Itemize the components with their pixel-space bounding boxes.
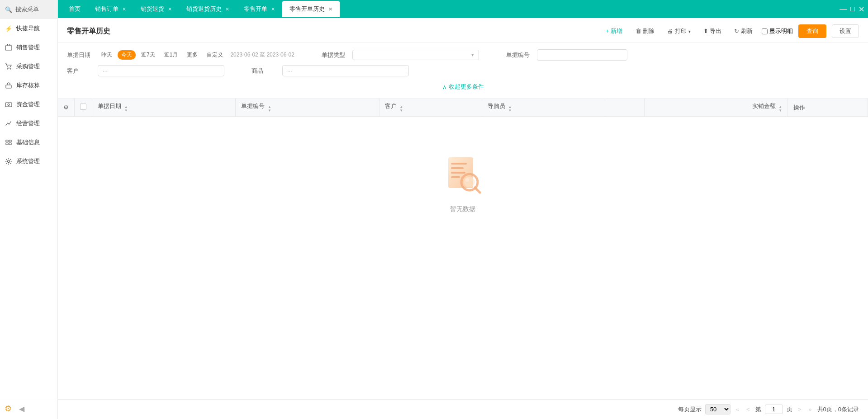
tab-sales-return-label: 销货退货 bbox=[141, 5, 164, 13]
customer-input[interactable]: ··· bbox=[98, 65, 224, 76]
sidebar-search[interactable]: 🔍 搜索采单 bbox=[0, 0, 57, 19]
th-salesperson[interactable]: 导购员 ▲▼ bbox=[482, 99, 605, 117]
tab-retail-open-label: 零售开单 bbox=[244, 5, 267, 13]
tab-sales-return-close[interactable]: ✕ bbox=[168, 6, 172, 12]
first-page-btn[interactable]: « bbox=[734, 405, 741, 414]
delete-button[interactable]: 🗑 删除 bbox=[632, 25, 659, 37]
sidebar-search-label: 搜索采单 bbox=[15, 5, 39, 14]
settings-button[interactable]: 设置 bbox=[832, 24, 859, 38]
type-select[interactable]: ▾ bbox=[352, 50, 479, 60]
date-btn-last7[interactable]: 近7天 bbox=[138, 50, 159, 60]
select-all-checkbox[interactable] bbox=[80, 104, 86, 110]
sidebar-item-label: 资金管理 bbox=[16, 100, 40, 108]
svg-line-18 bbox=[475, 188, 480, 193]
svg-point-5 bbox=[8, 104, 9, 106]
number-input[interactable] bbox=[537, 49, 627, 61]
window-minimize-btn[interactable]: — bbox=[840, 5, 847, 13]
th-operation-label: 操作 bbox=[793, 104, 805, 111]
kuaijie-icon: ⚡ bbox=[5, 24, 13, 33]
sidebar-item-jingying[interactable]: 经营管理 bbox=[0, 114, 57, 133]
table-area: ⚙ 单据日期 ▲▼ 单据编号 ▲▼ bbox=[58, 99, 868, 399]
th-customer[interactable]: 客户 ▲▼ bbox=[379, 99, 482, 117]
print-button[interactable]: 🖨 打印 ▾ bbox=[664, 25, 694, 37]
last-page-btn[interactable]: » bbox=[806, 405, 813, 414]
display-detail-checkbox[interactable] bbox=[762, 28, 768, 34]
th-settings[interactable]: ⚙ bbox=[58, 99, 75, 117]
toolbar: + 新增 🗑 删除 🖨 打印 ▾ ⬆ 导出 ↻ 刷新 显示明细 查询 设置 bbox=[602, 24, 859, 38]
collapse-button[interactable]: ∧ 收起更多条件 bbox=[442, 83, 484, 91]
date-btn-last-month[interactable]: 近1月 bbox=[161, 50, 182, 60]
sidebar-item-jichu[interactable]: 基础信息 bbox=[0, 133, 57, 152]
th-date[interactable]: 单据日期 ▲▼ bbox=[92, 99, 236, 117]
tab-sales-return-history-label: 销货退货历史 bbox=[186, 5, 222, 13]
th-checkbox[interactable] bbox=[75, 99, 92, 117]
svg-point-10 bbox=[8, 160, 10, 163]
tab-sales-return[interactable]: 销货退货 ✕ bbox=[133, 1, 179, 17]
settings-bottom-icon[interactable]: ⚙ bbox=[5, 404, 12, 414]
svg-rect-4 bbox=[5, 103, 12, 107]
date-btn-more[interactable]: 更多 bbox=[183, 50, 201, 60]
total-info: 共0页，0条记录 bbox=[817, 405, 859, 414]
filter-area: 单据日期 昨天 今天 近7天 近1月 更多 自定义 2023-06-02 至 2… bbox=[58, 43, 868, 99]
tab-home-label: 首页 bbox=[69, 5, 81, 13]
zijin-icon bbox=[5, 100, 13, 108]
sidebar-item-caigou[interactable]: 采购管理 bbox=[0, 57, 57, 76]
window-maximize-btn[interactable]: □ bbox=[850, 5, 855, 13]
goods-input[interactable]: ··· bbox=[282, 65, 409, 76]
data-table: ⚙ 单据日期 ▲▼ 单据编号 ▲▼ bbox=[58, 99, 868, 240]
jingying-icon bbox=[5, 119, 13, 127]
tab-sales-return-history-close[interactable]: ✕ bbox=[225, 6, 229, 12]
per-page-select[interactable]: 50 10 20 100 bbox=[705, 404, 730, 414]
sidebar-item-label: 快捷导航 bbox=[16, 24, 40, 33]
sidebar-item-xiaoshou[interactable]: 销售管理 bbox=[0, 38, 57, 57]
svg-rect-15 bbox=[451, 176, 460, 178]
sidebar: 🔍 搜索采单 ⚡ 快捷导航 销售管理 采购管理 库存核算 资金管理 经营管理 bbox=[0, 0, 58, 419]
table-settings-icon[interactable]: ⚙ bbox=[63, 104, 69, 111]
empty-state: 暂无数据 bbox=[58, 117, 868, 240]
number-filter-label: 单据编号 bbox=[506, 51, 533, 59]
tab-sales-return-history[interactable]: 销货退货历史 ✕ bbox=[179, 1, 237, 17]
th-amount[interactable]: 实销金额 ▲▼ bbox=[644, 99, 787, 117]
customer-filter-group: 客户 ··· bbox=[67, 65, 224, 76]
display-detail-label[interactable]: 显示明细 bbox=[762, 27, 793, 35]
sidebar-item-xitong[interactable]: 系统管理 bbox=[0, 152, 57, 171]
sidebar-item-label: 库存核算 bbox=[16, 81, 40, 89]
refresh-button[interactable]: ↻ 刷新 bbox=[730, 25, 756, 37]
type-filter-group: 单据类型 ▾ bbox=[322, 50, 479, 60]
add-button[interactable]: + 新增 bbox=[602, 25, 626, 37]
th-customer-sort: ▲▼ bbox=[399, 105, 403, 113]
collapse-label: 收起更多条件 bbox=[449, 83, 484, 91]
prev-page-btn[interactable]: < bbox=[745, 405, 752, 414]
date-btn-custom[interactable]: 自定义 bbox=[203, 50, 227, 60]
current-page-input[interactable] bbox=[765, 405, 783, 414]
tab-home[interactable]: 首页 bbox=[62, 1, 88, 17]
tab-retail-open-history-close[interactable]: ✕ bbox=[328, 6, 332, 12]
print-label: 🖨 打印 bbox=[667, 27, 687, 35]
next-page-btn[interactable]: > bbox=[796, 405, 803, 414]
query-button[interactable]: 查询 bbox=[798, 24, 826, 38]
sidebar-item-zijin[interactable]: 资金管理 bbox=[0, 95, 57, 114]
date-btn-yesterday[interactable]: 昨天 bbox=[98, 50, 116, 60]
th-spacer bbox=[605, 99, 645, 117]
date-filter-group: 单据日期 昨天 今天 近7天 近1月 更多 自定义 2023-06-02 至 2… bbox=[67, 50, 294, 60]
tab-sales-order-close[interactable]: ✕ bbox=[122, 6, 126, 12]
sidebar-item-kucun[interactable]: 库存核算 bbox=[0, 76, 57, 95]
tab-retail-open-close[interactable]: ✕ bbox=[271, 6, 275, 12]
tab-retail-open[interactable]: 零售开单 ✕ bbox=[237, 1, 282, 17]
print-chevron-icon: ▾ bbox=[688, 29, 691, 34]
sidebar-item-kuaijie[interactable]: ⚡ 快捷导航 bbox=[0, 19, 57, 38]
svg-rect-12 bbox=[451, 163, 467, 165]
svg-point-17 bbox=[464, 177, 475, 188]
collapse-sidebar-icon[interactable]: ◀ bbox=[19, 405, 24, 413]
th-number[interactable]: 单据编号 ▲▼ bbox=[236, 99, 379, 117]
export-button[interactable]: ⬆ 导出 bbox=[700, 25, 726, 37]
window-close-btn[interactable]: ✕ bbox=[859, 5, 864, 14]
th-number-sort: ▲▼ bbox=[268, 105, 271, 113]
date-btn-today[interactable]: 今天 bbox=[118, 50, 136, 60]
svg-rect-0 bbox=[5, 46, 12, 50]
table-header-row: ⚙ 单据日期 ▲▼ 单据编号 ▲▼ bbox=[58, 99, 868, 117]
tab-bar-right: — □ ✕ bbox=[840, 5, 864, 14]
search-icon: 🔍 bbox=[5, 5, 13, 14]
tab-retail-open-history[interactable]: 零售开单历史 ✕ bbox=[282, 1, 340, 17]
tab-sales-order[interactable]: 销售订单 ✕ bbox=[88, 1, 133, 17]
